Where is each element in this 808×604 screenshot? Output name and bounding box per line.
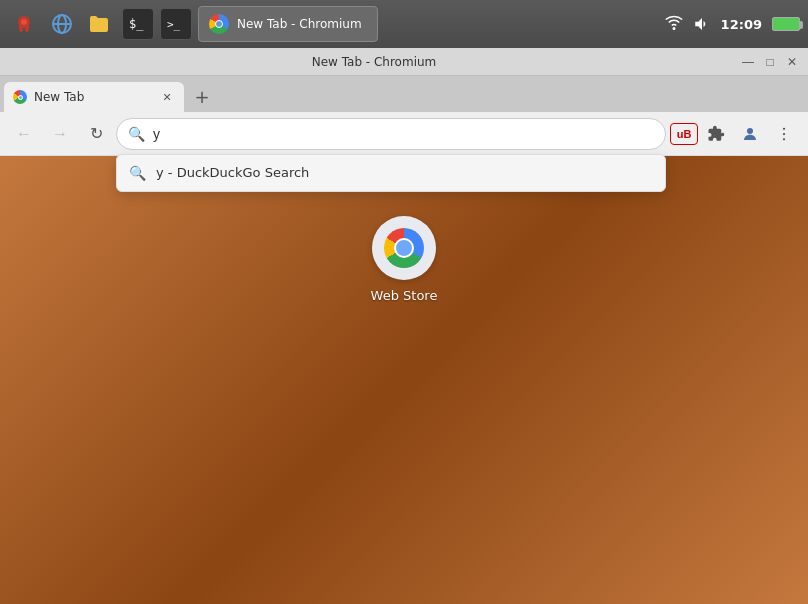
address-bar[interactable] (116, 118, 666, 150)
browser-tab-newtab[interactable]: New Tab ✕ (4, 82, 184, 112)
taskbar-raspberry-icon[interactable] (8, 8, 40, 40)
back-button[interactable]: ← (8, 118, 40, 150)
webstore-shortcut[interactable]: Web Store (371, 216, 438, 303)
ublock-button[interactable]: uB (670, 123, 698, 145)
taskbar: $_ >_ New Tab - Chromium 12:09 (0, 0, 808, 48)
tab-favicon (12, 89, 28, 105)
webstore-icon (372, 216, 436, 280)
svg-point-11 (783, 127, 785, 129)
maximize-button[interactable]: □ (762, 54, 778, 70)
autocomplete-dropdown: 🔍 y - DuckDuckGo Search (116, 154, 666, 192)
window-controls: — □ ✕ (740, 54, 800, 70)
dropdown-item-text: y - DuckDuckGo Search (156, 165, 653, 180)
svg-point-10 (747, 128, 753, 134)
nav-bar: ← → ↻ 🔍 🔍 y - DuckDuckGo Search uB (0, 112, 808, 156)
extensions-button[interactable] (700, 118, 732, 150)
menu-button[interactable] (768, 118, 800, 150)
browser-title-bar: New Tab - Chromium — □ ✕ (0, 48, 808, 76)
taskbar-active-window[interactable]: New Tab - Chromium (198, 6, 378, 42)
dropdown-item-search[interactable]: 🔍 y - DuckDuckGo Search (117, 155, 665, 191)
forward-button[interactable]: → (44, 118, 76, 150)
account-button[interactable] (734, 118, 766, 150)
svg-point-2 (25, 24, 29, 32)
taskbar-battery-icon (772, 17, 800, 31)
nav-right-icons: uB (670, 118, 800, 150)
reload-button[interactable]: ↻ (80, 118, 112, 150)
svg-point-12 (783, 132, 785, 134)
svg-point-1 (19, 24, 23, 32)
webstore-chromium-icon (384, 228, 424, 268)
close-button[interactable]: ✕ (784, 54, 800, 70)
taskbar-globe-icon[interactable] (46, 8, 78, 40)
tab-title: New Tab (34, 90, 152, 104)
taskbar-folder-icon[interactable] (84, 8, 116, 40)
address-bar-wrapper: 🔍 🔍 y - DuckDuckGo Search (116, 118, 666, 150)
taskbar-right: 12:09 (665, 15, 800, 33)
svg-point-9 (673, 28, 675, 30)
svg-text:>_: >_ (167, 18, 181, 31)
svg-text:$_: $_ (129, 17, 144, 31)
main-content: Web Store (0, 156, 808, 604)
taskbar-volume-icon[interactable] (693, 15, 711, 33)
tab-bar: New Tab ✕ + (0, 76, 808, 112)
dropdown-search-icon: 🔍 (129, 165, 146, 181)
new-tab-button[interactable]: + (188, 82, 216, 110)
taskbar-network-icon[interactable] (665, 15, 683, 33)
minimize-button[interactable]: — (740, 54, 756, 70)
taskbar-terminal1-icon[interactable]: $_ (122, 8, 154, 40)
svg-point-3 (21, 19, 27, 25)
taskbar-terminal2-icon[interactable]: >_ (160, 8, 192, 40)
taskbar-time: 12:09 (721, 17, 762, 32)
tab-close-button[interactable]: ✕ (158, 88, 176, 106)
svg-point-13 (783, 138, 785, 140)
taskbar-window-label: New Tab - Chromium (237, 17, 362, 31)
webstore-label: Web Store (371, 288, 438, 303)
browser-window: New Tab - Chromium — □ ✕ New Tab ✕ + ← →… (0, 48, 808, 604)
browser-title-text: New Tab - Chromium (8, 55, 740, 69)
